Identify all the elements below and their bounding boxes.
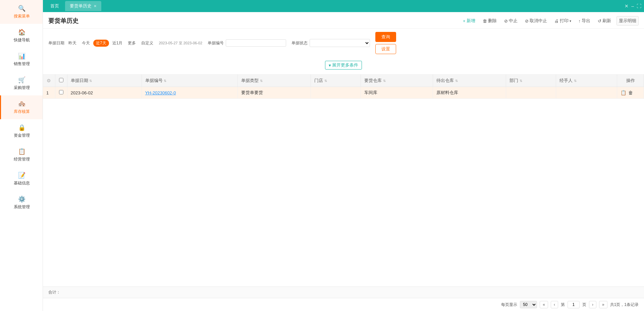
type-sort-icon: ⇅	[260, 79, 263, 83]
add-button[interactable]: + 新增	[461, 16, 477, 25]
col-handler-header[interactable]: 经手人 ⇅	[556, 75, 617, 87]
page-number-input[interactable]	[568, 301, 580, 308]
col-pending-warehouse-header[interactable]: 待出仓库 ⇅	[433, 75, 506, 87]
doc-status-label: 单据状态	[291, 40, 308, 46]
basic-icon: 📝	[18, 172, 25, 179]
operations-icon: 📋	[18, 148, 25, 155]
sidebar-item-operations[interactable]: 📋 经营管理	[0, 143, 43, 167]
row-checkbox[interactable]	[59, 90, 63, 94]
tab-home-label: 首页	[50, 3, 59, 9]
row-delete-icon[interactable]: 🗑	[628, 90, 633, 95]
table-area: ⚙ 单据日期 ⇅ 单据编号 ⇅	[43, 75, 644, 286]
date-today-btn[interactable]: 今天	[80, 40, 92, 47]
next-page-button[interactable]: ›	[589, 301, 596, 308]
refresh-icon: ↺	[598, 18, 601, 24]
tab-requisition-history[interactable]: 要货单历史 ✕	[65, 1, 101, 11]
toolbar: + 新增 🗑 删除 ⊘ 中止 ⊘ 取消中止 🖨 打印	[461, 16, 639, 26]
row-checkbox-cell	[55, 87, 67, 99]
select-all-checkbox[interactable]	[59, 78, 63, 82]
sidebar-item-basic[interactable]: 📝 基础信息	[0, 167, 43, 191]
per-page-label: 每页显示	[501, 302, 517, 308]
total-info: 共1页，1条记录	[610, 302, 639, 308]
expand-more-button[interactable]: ▾ 展开更多条件	[325, 61, 362, 70]
col-checkbox-header	[55, 75, 67, 87]
table-header: ⚙ 单据日期 ⇅ 单据编号 ⇅	[43, 75, 644, 87]
row-action-icons: 📋 🗑	[621, 90, 640, 95]
tab-close-icon[interactable]: ✕	[94, 4, 97, 8]
col-req-warehouse-header[interactable]: 要货仓库 ⇅	[361, 75, 433, 87]
handler-sort-icon: ⇅	[574, 79, 577, 83]
doc-status-select[interactable]	[310, 39, 370, 47]
prev-page-button[interactable]: ‹	[551, 301, 558, 308]
delete-button[interactable]: 🗑 删除	[481, 16, 499, 25]
table-settings-icon[interactable]: ⚙	[47, 78, 51, 83]
sidebar-item-purchase[interactable]: 🛒 采购管理	[0, 72, 43, 95]
col-number-header[interactable]: 单据编号 ⇅	[142, 75, 237, 87]
date-last-month-btn[interactable]: 近1月	[110, 40, 125, 47]
row-handler-cell	[556, 87, 617, 99]
display-detail-button[interactable]: 显示明细	[616, 16, 639, 26]
doc-number-link[interactable]: YH-20230602-0	[145, 90, 176, 95]
col-settings: ⚙	[43, 75, 55, 87]
content-area: 要货单历史 + 新增 🗑 删除 ⊘ 中止 ⊘ 取消中止	[43, 12, 644, 311]
window-maximize-icon[interactable]: ⛶	[637, 3, 641, 9]
tab-requisition-label: 要货单历史	[70, 3, 92, 9]
date-range-display: 2023-05-27 至 2023-06-02	[159, 41, 202, 46]
col-store-header[interactable]: 门店 ⇅	[311, 75, 361, 87]
main-area: 首页 要货单历史 ✕ ✕ – ⛶ 要货单历史 + 新增 🗑 删除	[43, 0, 644, 311]
export-button[interactable]: ↑ 导出	[577, 16, 593, 25]
cancel-stop-button[interactable]: ⊘ 取消中止	[523, 16, 549, 25]
query-button[interactable]: 查询	[375, 32, 396, 42]
window-minimize-icon[interactable]: –	[631, 3, 634, 9]
sidebar-item-finance[interactable]: 🔒 资金管理	[0, 119, 43, 143]
window-close-icon[interactable]: ✕	[625, 3, 629, 9]
tab-bar: 首页 要货单历史 ✕ ✕ – ⛶	[43, 0, 644, 12]
row-req-warehouse-cell: 车间库	[361, 87, 433, 99]
last-page-button[interactable]: »	[599, 301, 607, 308]
col-type-header[interactable]: 单据类型 ⇅	[237, 75, 311, 87]
filter-bar: 单据日期 昨天 今天 近7天 近1月 更多 自定义 2023-05-27 至 2…	[43, 29, 644, 75]
sidebar-item-search-menu[interactable]: 🔍 搜索菜单	[0, 0, 43, 24]
row-number-cell: YH-20230602-0	[142, 87, 237, 99]
refresh-button[interactable]: ↺ 刷新	[596, 16, 613, 25]
stop-button[interactable]: ⊘ 中止	[502, 16, 520, 25]
sidebar-item-system[interactable]: ⚙️ 系统管理	[0, 191, 43, 215]
doc-number-input[interactable]	[226, 39, 286, 47]
data-table: ⚙ 单据日期 ⇅ 单据编号 ⇅	[43, 75, 644, 99]
col-department-header[interactable]: 部门 ⇅	[506, 75, 556, 87]
row-store-cell	[311, 87, 361, 99]
date-yesterday-btn[interactable]: 昨天	[66, 40, 78, 47]
sidebar-item-quick-nav[interactable]: 🏠 快捷导航	[0, 24, 43, 48]
number-sort-icon: ⇅	[164, 79, 166, 83]
first-page-button[interactable]: «	[540, 301, 548, 308]
tab-home[interactable]: 首页	[46, 1, 64, 11]
delete-icon: 🗑	[483, 18, 487, 24]
table-row: 1 2023-06-02 YH-20230602-0 要货单要货 车间库 原材料…	[43, 87, 644, 99]
col-date-header[interactable]: 单据日期 ⇅	[67, 75, 142, 87]
row-edit-icon[interactable]: 📋	[621, 90, 626, 95]
row-date-cell: 2023-06-02	[67, 87, 142, 99]
finance-icon: 🔒	[18, 124, 25, 131]
table-body: 1 2023-06-02 YH-20230602-0 要货单要货 车间库 原材料…	[43, 87, 644, 99]
date-last7-btn[interactable]: 近7天	[93, 40, 109, 47]
row-num-cell: 1	[43, 87, 55, 99]
page-label: 第	[561, 302, 565, 308]
print-button[interactable]: 🖨 打印 ▾	[552, 16, 573, 25]
date-filter-options: 昨天 今天 近7天 近1月 更多 自定义	[66, 40, 155, 47]
per-page-select[interactable]: 50 100	[520, 301, 537, 308]
sidebar-item-sales[interactable]: 📊 销售管理	[0, 48, 43, 72]
col-actions-header: 操作	[617, 75, 644, 87]
export-icon: ↑	[579, 18, 581, 24]
row-type-cell: 要货单要货	[237, 87, 311, 99]
table-footer: 合计：	[43, 286, 644, 298]
settings-button[interactable]: 设置	[375, 44, 396, 54]
summary-label: 合计：	[48, 290, 60, 295]
doc-status-filter-group: 单据状态	[291, 39, 370, 47]
filter-actions: 查询 设置	[375, 32, 396, 54]
date-more-btn[interactable]: 更多	[126, 40, 138, 47]
date-custom-btn[interactable]: 自定义	[139, 40, 155, 47]
system-icon: ⚙️	[18, 195, 25, 203]
store-sort-icon: ⇅	[324, 79, 327, 83]
sidebar-item-inventory[interactable]: 🏘️ 库存核算	[0, 95, 43, 119]
page-title: 要货单历史	[48, 17, 78, 25]
